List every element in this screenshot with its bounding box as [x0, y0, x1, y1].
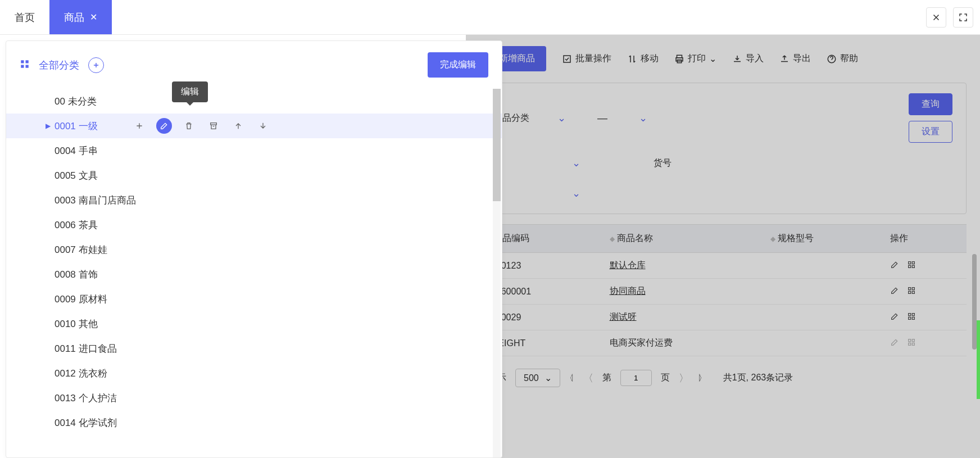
- chevron-down-icon[interactable]: ⌄: [572, 187, 580, 199]
- filter-panel: 商品分类 ⌄ — ⌄ 查询 设置 ⌄ 货号 ⌄: [479, 83, 967, 214]
- add-product-label: 新增商品: [499, 53, 535, 65]
- svg-rect-12: [913, 291, 915, 293]
- svg-rect-11: [909, 291, 911, 293]
- chevron-down-icon: ⌄: [545, 373, 552, 383]
- svg-rect-23: [21, 65, 24, 68]
- category-item[interactable]: 0014 化学试剂: [55, 410, 502, 435]
- import-button[interactable]: 导入: [732, 53, 764, 65]
- svg-rect-19: [909, 343, 911, 345]
- arrow-down-icon[interactable]: [255, 118, 271, 134]
- svg-point-4: [828, 55, 836, 63]
- export-button[interactable]: 导出: [779, 53, 811, 65]
- category-item[interactable]: 0009 原材料: [55, 287, 502, 311]
- product-name-link[interactable]: 测试呀: [610, 312, 637, 321]
- add-child-icon[interactable]: [131, 118, 147, 134]
- edit-icon[interactable]: [890, 312, 899, 323]
- product-name-link[interactable]: 协同商品: [610, 286, 646, 296]
- edit-icon[interactable]: [156, 118, 172, 134]
- query-button[interactable]: 查询: [909, 93, 952, 115]
- category-item-label: 0003 南昌门店商品: [55, 194, 136, 207]
- help-label: 帮助: [840, 53, 858, 65]
- col-name[interactable]: ◆商品名称: [603, 225, 764, 253]
- first-page-icon[interactable]: ⦉: [569, 372, 574, 384]
- page-input[interactable]: [620, 370, 652, 386]
- product-name: 电商买家付运费: [610, 338, 673, 347]
- add-category-button[interactable]: [88, 57, 104, 73]
- page-scroll-indicator[interactable]: [977, 320, 980, 399]
- category-item[interactable]: 0012 洗衣粉: [55, 361, 502, 386]
- edit-icon[interactable]: [890, 286, 899, 297]
- svg-rect-10: [913, 287, 915, 289]
- category-item-label: 0001 一级: [55, 120, 98, 133]
- chevron-down-icon[interactable]: ⌄: [639, 112, 647, 124]
- move-label: 移动: [641, 53, 659, 65]
- close-all-button[interactable]: [926, 7, 946, 28]
- svg-rect-17: [909, 339, 911, 341]
- prev-page-icon[interactable]: 〈: [583, 371, 593, 385]
- delete-icon[interactable]: [181, 118, 197, 134]
- svg-rect-21: [21, 60, 24, 63]
- svg-rect-14: [913, 313, 915, 315]
- category-item[interactable]: 0013 个人护洁: [55, 386, 502, 410]
- scrollbar-thumb[interactable]: [493, 89, 501, 201]
- category-title[interactable]: 全部分类: [39, 58, 79, 72]
- table-row[interactable]: FREIGHT电商买家付运费: [479, 330, 967, 356]
- fullscreen-button[interactable]: [953, 7, 973, 28]
- table-row[interactable]: 0000029测试呀: [479, 305, 967, 330]
- cell-name: 默认仓库: [603, 253, 764, 279]
- batch-ops-button[interactable]: 批量操作: [562, 53, 611, 65]
- export-label: 导出: [793, 53, 811, 65]
- table-row[interactable]: 000600001协同商品: [479, 279, 967, 305]
- chevron-down-icon[interactable]: ⌄: [572, 157, 580, 169]
- cell-name: 测试呀: [603, 305, 764, 330]
- svg-rect-0: [564, 56, 570, 62]
- pager: 页显示 500 ⌄ ⦉ 〈 第 页 〉 ⦊ 共1页, 263条记录: [479, 369, 967, 387]
- more-icon[interactable]: [907, 286, 916, 297]
- svg-rect-3: [678, 60, 682, 62]
- svg-rect-16: [913, 317, 915, 319]
- scrollbar-thumb[interactable]: [972, 254, 977, 350]
- category-item[interactable]: 0003 南昌门店商品: [55, 188, 502, 212]
- arrow-up-icon[interactable]: [230, 118, 246, 134]
- tab-product[interactable]: 商品 ✕: [49, 0, 112, 34]
- category-item[interactable]: ▶0001 一级: [6, 114, 502, 138]
- chevron-down-icon[interactable]: ⌄: [557, 112, 566, 124]
- last-page-icon[interactable]: ⦊: [698, 372, 703, 384]
- category-item[interactable]: 0011 进口食品: [55, 336, 502, 361]
- cell-ops: [883, 279, 967, 305]
- category-item[interactable]: 0006 茶具: [55, 212, 502, 237]
- next-page-icon[interactable]: 〉: [679, 371, 689, 385]
- category-item[interactable]: 0007 布娃娃: [55, 237, 502, 262]
- category-item-label: 00 未分类: [55, 95, 97, 108]
- settings-button[interactable]: 设置: [909, 121, 952, 143]
- move-button[interactable]: 移动: [627, 53, 659, 65]
- print-button[interactable]: 打印 ⌄: [674, 53, 716, 65]
- close-icon[interactable]: ✕: [90, 12, 97, 22]
- category-item[interactable]: 0008 首饰: [55, 262, 502, 287]
- svg-rect-20: [913, 343, 915, 345]
- category-item-label: 0004 手串: [55, 144, 98, 157]
- table-row[interactable]: 0000123默认仓库: [479, 253, 967, 279]
- batch-ops-label: 批量操作: [575, 53, 611, 65]
- col-spec[interactable]: ◆规格型号: [764, 225, 883, 253]
- edit-icon[interactable]: [890, 260, 899, 271]
- done-edit-button[interactable]: 完成编辑: [428, 52, 488, 78]
- svg-rect-9: [909, 287, 911, 289]
- edit-icon: [890, 338, 899, 349]
- more-icon[interactable]: [907, 260, 916, 271]
- help-button[interactable]: 帮助: [827, 53, 858, 65]
- tab-home[interactable]: 首页: [0, 0, 49, 34]
- category-item[interactable]: 0004 手串: [55, 138, 502, 163]
- archive-icon[interactable]: [206, 118, 221, 134]
- product-name-link[interactable]: 默认仓库: [610, 260, 646, 270]
- category-item[interactable]: 0005 文具: [55, 163, 502, 188]
- per-page-select[interactable]: 500 ⌄: [515, 369, 560, 387]
- grid-icon: [20, 59, 30, 71]
- cell-spec: [764, 253, 883, 279]
- more-icon[interactable]: [907, 312, 916, 323]
- sort-icon: ◆: [770, 235, 775, 243]
- category-item[interactable]: 00 未分类: [55, 89, 502, 114]
- more-icon[interactable]: [907, 338, 916, 349]
- tab-product-label: 商品: [64, 11, 84, 24]
- category-item[interactable]: 0010 其他: [55, 311, 502, 336]
